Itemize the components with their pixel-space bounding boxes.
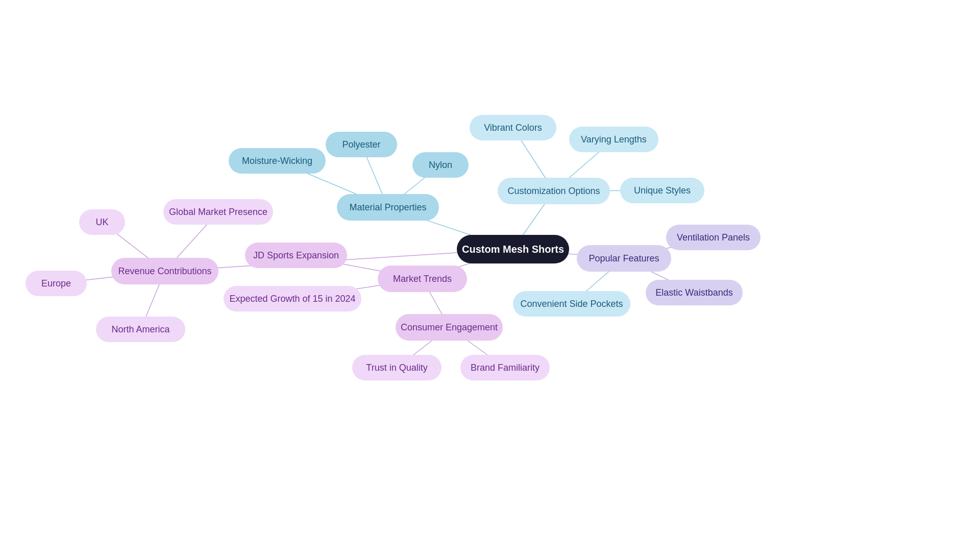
node-label-customization_options: Customization Options	[507, 186, 600, 197]
node-material_properties[interactable]: Material Properties	[337, 194, 439, 221]
node-label-jd_sports_expansion: JD Sports Expansion	[253, 250, 339, 261]
node-unique_styles[interactable]: Unique Styles	[620, 178, 704, 203]
node-convenient_side_pockets[interactable]: Convenient Side Pockets	[513, 291, 630, 317]
node-label-unique_styles: Unique Styles	[634, 185, 691, 196]
node-moisture_wicking[interactable]: Moisture-Wicking	[229, 148, 326, 174]
node-label-vibrant_colors: Vibrant Colors	[484, 123, 542, 133]
node-jd_sports_expansion[interactable]: JD Sports Expansion	[245, 243, 347, 268]
node-trust_in_quality[interactable]: Trust in Quality	[352, 355, 442, 380]
node-label-moisture_wicking: Moisture-Wicking	[242, 156, 312, 166]
node-vibrant_colors[interactable]: Vibrant Colors	[470, 115, 556, 140]
node-label-varying_lengths: Varying Lengths	[581, 134, 647, 145]
node-nylon[interactable]: Nylon	[412, 152, 469, 178]
node-consumer_engagement[interactable]: Consumer Engagement	[396, 314, 503, 341]
node-label-ventilation_panels: Ventilation Panels	[677, 232, 750, 243]
node-popular_features[interactable]: Popular Features	[577, 245, 671, 272]
node-label-uk: UK	[95, 217, 108, 228]
node-expected_growth[interactable]: Expected Growth of 15 in 2024	[224, 286, 361, 311]
node-label-nylon: Nylon	[429, 160, 452, 171]
node-label-material_properties: Material Properties	[349, 202, 426, 213]
node-north_america[interactable]: North America	[96, 317, 185, 342]
node-elastic_waistbands[interactable]: Elastic Waistbands	[646, 280, 743, 305]
node-label-global_market_presence: Global Market Presence	[169, 207, 267, 218]
node-label-revenue_contributions: Revenue Contributions	[118, 266, 211, 277]
mindmap-container: Custom Mesh ShortsMaterial PropertiesPol…	[0, 0, 980, 553]
node-revenue_contributions[interactable]: Revenue Contributions	[111, 258, 218, 284]
node-label-center: Custom Mesh Shorts	[462, 244, 564, 255]
node-label-brand_familiarity: Brand Familiarity	[471, 363, 540, 373]
node-europe[interactable]: Europe	[26, 271, 87, 296]
node-varying_lengths[interactable]: Varying Lengths	[569, 127, 658, 152]
node-label-expected_growth: Expected Growth of 15 in 2024	[229, 294, 355, 304]
node-label-consumer_engagement: Consumer Engagement	[401, 322, 498, 333]
node-global_market_presence[interactable]: Global Market Presence	[163, 199, 273, 225]
node-label-europe: Europe	[41, 278, 71, 289]
node-brand_familiarity[interactable]: Brand Familiarity	[460, 355, 550, 380]
node-polyester[interactable]: Polyester	[326, 132, 397, 157]
node-label-polyester: Polyester	[342, 139, 380, 150]
node-market_trends[interactable]: Market Trends	[378, 266, 467, 292]
node-label-market_trends: Market Trends	[393, 274, 452, 284]
node-center[interactable]: Custom Mesh Shorts	[457, 235, 569, 263]
node-label-trust_in_quality: Trust in Quality	[366, 363, 427, 373]
node-customization_options[interactable]: Customization Options	[498, 178, 610, 204]
node-label-north_america: North America	[111, 324, 169, 335]
node-label-elastic_waistbands: Elastic Waistbands	[655, 287, 732, 298]
node-label-convenient_side_pockets: Convenient Side Pockets	[520, 299, 623, 309]
node-uk[interactable]: UK	[79, 209, 125, 235]
node-label-popular_features: Popular Features	[589, 253, 659, 264]
node-ventilation_panels[interactable]: Ventilation Panels	[666, 225, 761, 250]
